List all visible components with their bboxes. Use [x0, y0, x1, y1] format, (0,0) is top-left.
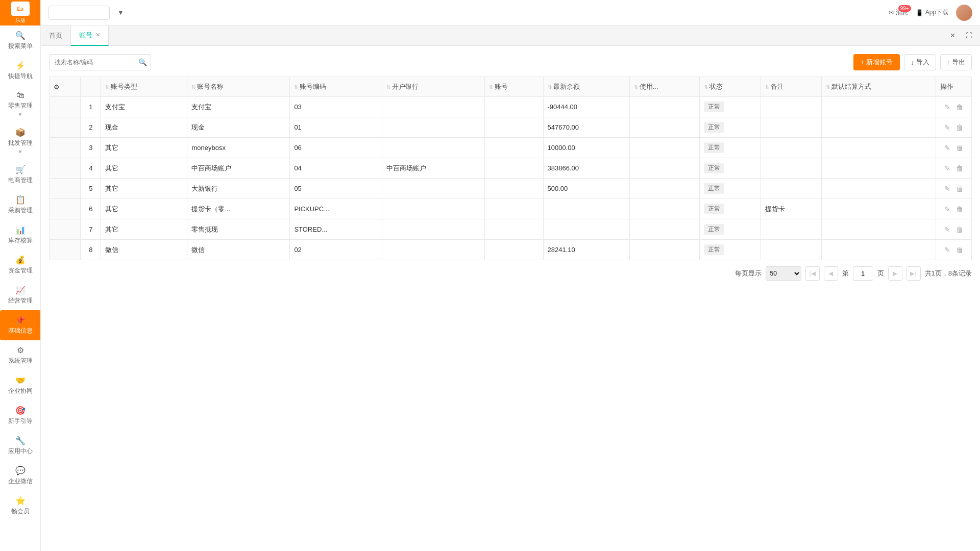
row-gear	[50, 219, 81, 240]
tab-home[interactable]: 首页	[41, 26, 71, 46]
next-page-button[interactable]: ▶	[888, 266, 902, 281]
sidebar-item-retail[interactable]: 🛍 零售管理 ▼	[0, 86, 41, 122]
row-balance: 10000.00	[543, 138, 629, 158]
search-menu-icon: 🔍	[15, 31, 26, 40]
edit-button[interactable]: ✎	[942, 143, 952, 153]
page-input[interactable]	[853, 266, 873, 281]
table-row: 7 其它 零售抵现 STORED... 正常 ✎ 🗑	[50, 219, 972, 240]
delete-button[interactable]: 🗑	[954, 163, 965, 173]
col-use[interactable]: ⇅使用...	[629, 77, 699, 97]
header-search-input[interactable]	[48, 6, 110, 20]
col-remark[interactable]: ⇅备注	[761, 77, 821, 97]
edit-button[interactable]: ✎	[942, 245, 952, 255]
page-content: 🔍 + 新增账号 ↓ 导入 ↑ 导出 ⚙	[41, 46, 980, 551]
col-name[interactable]: ⇅账号名称	[187, 77, 290, 97]
sidebar-item-inventory[interactable]: 📊 库存核算	[0, 220, 41, 250]
user-avatar[interactable]	[956, 5, 972, 21]
row-gear	[50, 158, 81, 179]
row-bank	[382, 138, 485, 158]
delete-button[interactable]: 🗑	[954, 102, 965, 112]
delete-button[interactable]: 🗑	[954, 224, 965, 235]
wholesale-icon: 📦	[15, 128, 26, 137]
edit-button[interactable]: ✎	[942, 184, 952, 194]
row-default-settle	[821, 179, 936, 199]
sidebar-item-app-center[interactable]: 🔧 应用中心	[0, 431, 41, 461]
message-button[interactable]: ✉ 消息 99+	[889, 8, 908, 17]
row-balance: 383866.00	[543, 158, 629, 179]
sidebar-item-search[interactable]: 🔍 搜索菜单	[0, 26, 41, 56]
app-download-button[interactable]: 📱 App下载	[916, 8, 948, 17]
row-default-settle	[821, 219, 936, 240]
col-account[interactable]: ⇅账号	[485, 77, 543, 97]
row-status: 正常	[699, 158, 761, 179]
table-row: 5 其它 大新银行 05 500.00 正常 ✎ 🗑	[50, 179, 972, 199]
last-page-button[interactable]: ▶|	[906, 266, 921, 281]
header-dropdown[interactable]: ▼	[117, 9, 124, 16]
tab-actions: ✕ ⛶	[945, 29, 980, 43]
row-account	[485, 97, 543, 117]
row-actions: ✎ 🗑	[936, 199, 972, 219]
edit-button[interactable]: ✎	[942, 122, 952, 133]
logo-icon: Ea	[11, 2, 30, 16]
row-actions: ✎ 🗑	[936, 179, 972, 199]
row-index: 5	[81, 179, 101, 199]
col-default-settle[interactable]: ⇅默认结算方式	[821, 77, 936, 97]
add-account-button[interactable]: + 新增账号	[853, 54, 900, 70]
edit-button[interactable]: ✎	[942, 204, 952, 214]
sidebar-item-basic-info[interactable]: 📌 基础信息	[0, 310, 41, 340]
row-name: 中百商场账户	[187, 158, 290, 179]
first-page-button[interactable]: |◀	[805, 266, 820, 281]
col-code[interactable]: ⇅账号编码	[290, 77, 382, 97]
sidebar-item-finance[interactable]: 💰 资金管理	[0, 250, 41, 280]
col-bank[interactable]: ⇅开户银行	[382, 77, 485, 97]
delete-button[interactable]: 🗑	[954, 245, 965, 255]
row-status: 正常	[699, 179, 761, 199]
tab-close-all-button[interactable]: ✕	[945, 29, 960, 43]
sidebar-item-enterprise[interactable]: 🤝 企业协同	[0, 370, 41, 400]
pagination-bar: 每页显示 50 20 100 |◀ ◀ 第 页 ▶ ▶| 共1页，8条记录	[49, 260, 972, 281]
row-code: 06	[290, 138, 382, 158]
delete-button[interactable]: 🗑	[954, 184, 965, 194]
sidebar-item-vip[interactable]: ⭐ 畅会员	[0, 491, 41, 521]
row-status: 正常	[699, 117, 761, 138]
row-default-settle	[821, 158, 936, 179]
row-use	[629, 219, 699, 240]
sidebar-item-guide[interactable]: 🎯 新手引导	[0, 400, 41, 431]
header-left: ▼	[48, 6, 124, 20]
tab-expand-button[interactable]: ⛶	[962, 29, 976, 43]
row-actions: ✎ 🗑	[936, 138, 972, 158]
col-type[interactable]: ⇅账号类型	[101, 77, 187, 97]
enterprise-icon: 🤝	[15, 375, 26, 385]
sidebar-item-quick-nav[interactable]: ⚡ 快捷导航	[0, 56, 41, 86]
export-button[interactable]: ↑ 导出	[940, 54, 972, 70]
col-balance[interactable]: ⇅最新余额	[543, 77, 629, 97]
delete-button[interactable]: 🗑	[954, 122, 965, 133]
account-search-input[interactable]	[49, 54, 151, 70]
sidebar-item-enterprise-wx[interactable]: 💬 企业微信	[0, 461, 41, 491]
tab-account[interactable]: 账号 ✕	[71, 26, 109, 46]
row-remark	[761, 240, 821, 260]
delete-button[interactable]: 🗑	[954, 143, 965, 153]
delete-button[interactable]: 🗑	[954, 204, 965, 214]
edit-button[interactable]: ✎	[942, 163, 952, 173]
edit-button[interactable]: ✎	[942, 224, 952, 235]
sidebar-item-ecommerce[interactable]: 🛒 电商管理	[0, 160, 41, 190]
col-gear[interactable]: ⚙	[50, 77, 81, 97]
sidebar-item-wholesale[interactable]: 📦 批发管理 ▼	[0, 122, 41, 160]
table-row: 3 其它 moneybosx 06 10000.00 正常 ✎ 🗑	[50, 138, 972, 158]
row-actions: ✎ 🗑	[936, 240, 972, 260]
row-bank: 中百商场账户	[382, 158, 485, 179]
row-index: 1	[81, 97, 101, 117]
prev-page-button[interactable]: ◀	[824, 266, 838, 281]
page-size-select[interactable]: 50 20 100	[766, 266, 801, 281]
tab-close-icon[interactable]: ✕	[95, 32, 100, 38]
import-button[interactable]: ↓ 导入	[904, 54, 936, 70]
sidebar-item-ops[interactable]: 📈 经营管理	[0, 280, 41, 310]
edit-button[interactable]: ✎	[942, 102, 952, 112]
sidebar-item-purchase[interactable]: 📋 采购管理	[0, 190, 41, 220]
row-use	[629, 179, 699, 199]
sidebar-item-sys[interactable]: ⚙ 系统管理	[0, 340, 41, 370]
col-status[interactable]: ⇅状态	[699, 77, 761, 97]
row-code: 01	[290, 117, 382, 138]
row-account	[485, 199, 543, 219]
